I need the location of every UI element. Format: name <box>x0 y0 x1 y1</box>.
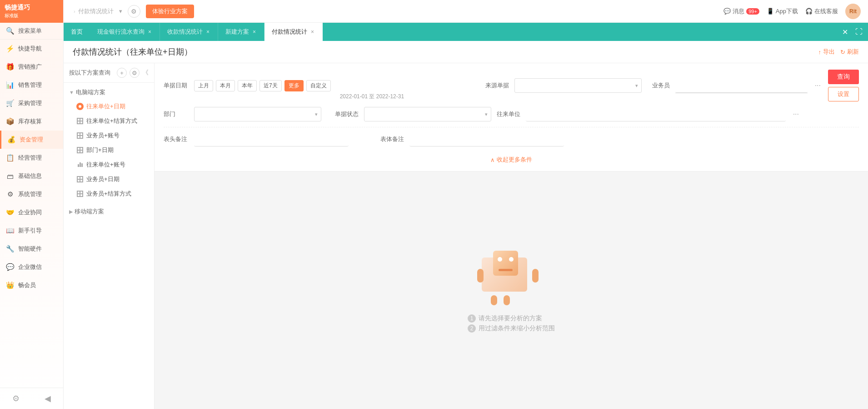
scheme-item-unit-date[interactable]: 往来单位+日期 <box>64 99 154 114</box>
tabbar: 首页 现金银行流水查询 × 收款情况统计 × 新建方案 × 付款情况统计 × ✕… <box>64 23 868 41</box>
scheme-item-staff-account-icon <box>76 132 84 139</box>
more-dates-button[interactable]: 更多 <box>284 80 304 91</box>
this-month-button[interactable]: 本月 <box>216 80 235 91</box>
scheme-group-desktop-header[interactable]: ▼ 电脑端方案 <box>64 86 154 99</box>
sidebar-search[interactable]: 🔍 搜索菜单 <box>0 23 63 40</box>
sidebar-collapse-button[interactable]: ◀ <box>41 392 55 405</box>
sidebar-item-operations[interactable]: 📋 经营管理 <box>0 149 63 167</box>
tab-maximize-button[interactable]: ⛶ <box>853 27 864 37</box>
scheme-add-button[interactable]: + <box>117 68 127 78</box>
try-industry-button[interactable]: 体验行业方案 <box>146 5 194 18</box>
collapse-conditions-button[interactable]: ∧ 收起更多条件 <box>164 152 859 167</box>
sidebar-item-hardware[interactable]: 🔧 智能硬件 <box>0 240 63 258</box>
tab-home[interactable]: 首页 <box>64 23 90 41</box>
app-download-button[interactable]: 📱 App下载 <box>767 7 798 15</box>
staff-label: 业务员 <box>647 81 670 90</box>
scheme-item-unit-settle[interactable]: 往来单位+结算方式 <box>64 114 154 128</box>
header-remark-input[interactable] <box>194 132 349 146</box>
tab-bank-flow-close[interactable]: × <box>147 28 152 35</box>
collapse-conditions-label: 收起更多条件 <box>497 156 532 164</box>
related-unit-more-button[interactable]: ··· <box>791 110 801 118</box>
tab-payment-stats-close[interactable]: × <box>310 28 315 35</box>
sidebar-item-system[interactable]: ⚙ 系统管理 <box>0 185 63 203</box>
online-service-button[interactable]: 🎧 在线客服 <box>805 7 838 15</box>
sidebar-item-wechat[interactable]: 💬 企业微信 <box>0 258 63 276</box>
custom-date-button[interactable]: 自定义 <box>306 80 331 91</box>
sidebar-item-inventory[interactable]: 📦 库存核算 <box>0 112 63 131</box>
sidebar-item-sales[interactable]: 📊 销售管理 <box>0 76 63 94</box>
query-button[interactable]: 查询 <box>828 70 859 84</box>
refresh-button[interactable]: ↻ 刷新 <box>840 48 859 56</box>
filter-settings-button[interactable]: 设置 <box>828 87 859 101</box>
sidebar-item-basic-info[interactable]: 🗃 基础信息 <box>0 167 63 185</box>
app-download-label: App下载 <box>776 7 798 15</box>
guide-icon: 📖 <box>5 226 15 235</box>
purchase-icon: 🛒 <box>5 99 15 108</box>
tab-new-scheme-close[interactable]: × <box>252 28 257 35</box>
export-icon: ↑ <box>818 49 822 56</box>
avatar[interactable]: Rit <box>845 4 861 19</box>
staff-more-button[interactable]: ··· <box>813 81 823 90</box>
last-7-days-button[interactable]: 近7天 <box>259 80 282 91</box>
search-label: 搜索菜单 <box>18 27 42 35</box>
messages-button[interactable]: 💬 消息 99+ <box>723 7 759 15</box>
tab-bank-flow[interactable]: 现金银行流水查询 × <box>90 23 160 41</box>
empty-state-face <box>493 251 518 276</box>
topbar-right: 💬 消息 99+ 📱 App下载 🎧 在线客服 Rit <box>723 4 861 19</box>
empty-state-num-2: 2 <box>468 324 476 333</box>
tab-bank-flow-label: 现金银行流水查询 <box>97 28 145 36</box>
sidebar-bottom: ⚙ ◀ <box>0 388 63 409</box>
operations-label: 经营管理 <box>18 154 42 162</box>
empty-state-tip-1: 1 请先选择要分析的方案 <box>468 314 555 323</box>
guide-label: 新手引导 <box>18 227 42 235</box>
scheme-collapse-button[interactable]: 《 <box>142 69 149 77</box>
message-icon: 💬 <box>723 8 731 15</box>
topbar-settings-button[interactable]: ⚙ <box>128 5 140 18</box>
last-month-button[interactable]: 上月 <box>194 80 213 91</box>
system-icon: ⚙ <box>5 190 15 199</box>
doc-status-select[interactable] <box>364 107 491 121</box>
body-remark-input[interactable] <box>409 132 564 146</box>
tab-collection-stats-close[interactable]: × <box>205 28 210 35</box>
inventory-label: 库存核算 <box>18 117 42 126</box>
wechat-icon: 💬 <box>5 263 15 272</box>
sidebar: 畅捷通巧 标准版 🔍 搜索菜单 ⚡ 快捷导航 🎁 营销推广 📊 销售管理 🛒 采… <box>0 0 64 409</box>
tab-new-scheme[interactable]: 新建方案 × <box>218 23 264 41</box>
search-icon: 🔍 <box>5 26 15 35</box>
tab-close-all-button[interactable]: ✕ <box>840 27 850 37</box>
this-year-button[interactable]: 本年 <box>238 80 257 91</box>
scheme-group-mobile[interactable]: ▶ 移动端方案 <box>64 204 154 219</box>
source-doc-label: 来源单据 <box>477 81 509 90</box>
dept-select[interactable] <box>194 107 321 121</box>
funds-label: 资金管理 <box>20 136 43 144</box>
breadcrumb-dropdown-icon[interactable]: ▾ <box>119 8 122 15</box>
scheme-item-dept-date[interactable]: 部门+日期 <box>64 143 154 157</box>
staff-input[interactable] <box>675 78 807 93</box>
tab-collection-stats[interactable]: 收款情况统计 × <box>160 23 218 41</box>
scheme-header-actions: + ⚙ 《 <box>117 68 149 78</box>
scheme-settings-button[interactable]: ⚙ <box>130 68 140 78</box>
tab-payment-stats[interactable]: 付款情况统计 × <box>264 23 323 41</box>
scheme-item-staff-date[interactable]: 业务员+日期 <box>64 172 154 187</box>
quick-nav-icon: ⚡ <box>5 44 15 53</box>
export-button[interactable]: ↑ 导出 <box>818 48 835 56</box>
sidebar-item-purchase[interactable]: 🛒 采购管理 <box>0 94 63 112</box>
sidebar-item-enterprise[interactable]: 🤝 企业协同 <box>0 203 63 222</box>
scheme-item-staff-settle-label: 业务员+结算方式 <box>86 190 131 198</box>
scheme-header: 按以下方案查询 + ⚙ 《 <box>64 63 154 83</box>
scheme-item-staff-settle[interactable]: 业务员+结算方式 <box>64 187 154 201</box>
sidebar-item-guide[interactable]: 📖 新手引导 <box>0 222 63 240</box>
topbar: › 付款情况统计 ▾ ⚙ 体验行业方案 💬 消息 99+ 📱 App下载 🎧 在… <box>64 0 868 23</box>
related-unit-input[interactable] <box>526 107 786 121</box>
sidebar-item-funds[interactable]: 💰 资金管理 <box>0 131 63 149</box>
sidebar-item-vip[interactable]: 👑 畅会员 <box>0 276 63 294</box>
scheme-item-staff-account[interactable]: 业务员+账号 <box>64 128 154 143</box>
sidebar-item-quick-nav[interactable]: ⚡ 快捷导航 <box>0 40 63 58</box>
sidebar-settings-button[interactable]: ⚙ <box>9 392 23 405</box>
scheme-item-unit-account[interactable]: 往来单位+账号 <box>64 157 154 172</box>
sidebar-item-marketing[interactable]: 🎁 营销推广 <box>0 58 63 76</box>
sales-label: 销售管理 <box>18 81 42 89</box>
related-unit-input-wrap <box>526 107 786 121</box>
scheme-item-staff-date-label: 业务员+日期 <box>86 175 120 183</box>
source-doc-select[interactable] <box>514 78 642 93</box>
